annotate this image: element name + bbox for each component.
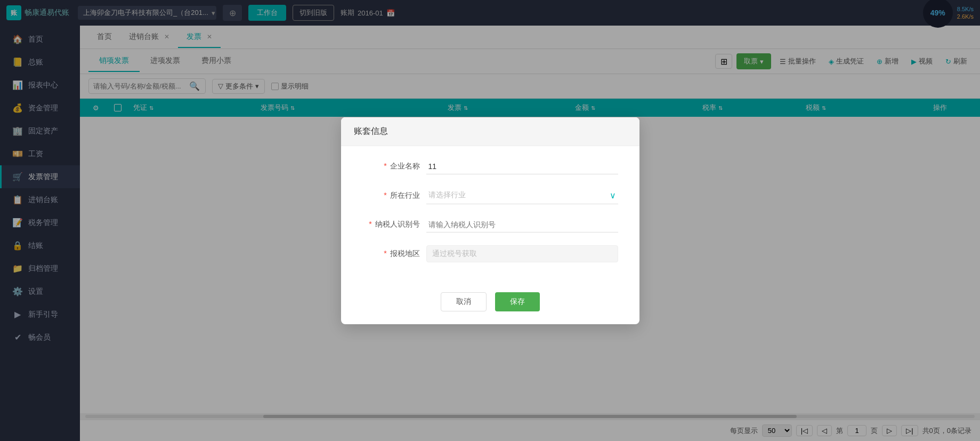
industry-row: * 所在行业 请选择行业 ∨ bbox=[362, 187, 618, 204]
save-button[interactable]: 保存 bbox=[495, 292, 540, 311]
tax-region-row: * 报税地区 通过税号获取 bbox=[362, 245, 618, 262]
account-info-modal: 账套信息 * 企业名称 * 所在行业 请选择行业 ∨ bbox=[341, 117, 639, 324]
required-star: * bbox=[384, 162, 386, 170]
industry-label: * 所在行业 bbox=[362, 191, 426, 201]
required-star4: * bbox=[384, 249, 386, 258]
industry-chevron-icon: ∨ bbox=[610, 190, 616, 201]
industry-placeholder: 请选择行业 bbox=[428, 190, 610, 200]
modal-body: * 企业名称 * 所在行业 请选择行业 ∨ * bbox=[341, 146, 639, 288]
tax-region-label: * 报税地区 bbox=[362, 249, 426, 259]
company-name-label: * 企业名称 bbox=[362, 162, 426, 171]
company-name-row: * 企业名称 bbox=[362, 159, 618, 174]
tax-region-display: 通过税号获取 bbox=[426, 245, 618, 262]
modal-overlay[interactable]: 账套信息 * 企业名称 * 所在行业 请选择行业 ∨ bbox=[0, 0, 980, 441]
tax-id-label: * 纳税人识别号 bbox=[362, 220, 426, 229]
modal-title: 账套信息 bbox=[341, 117, 639, 146]
required-star2: * bbox=[384, 191, 386, 199]
industry-select[interactable]: 请选择行业 ∨ bbox=[426, 187, 618, 204]
tax-id-input[interactable] bbox=[426, 217, 618, 232]
required-star3: * bbox=[369, 220, 371, 228]
tax-id-row: * 纳税人识别号 bbox=[362, 217, 618, 232]
modal-footer: 取消 保存 bbox=[341, 288, 639, 311]
company-name-input[interactable] bbox=[426, 159, 618, 174]
cancel-button[interactable]: 取消 bbox=[441, 292, 487, 311]
